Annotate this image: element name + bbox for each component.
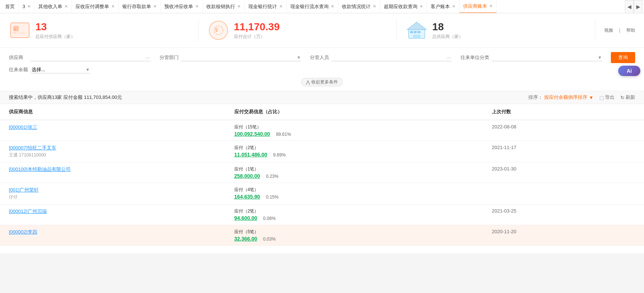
nav-tab-collection-verify[interactable]: 收款核销执行 ✕ [203,0,245,13]
supplier-dots-icon[interactable]: ··· [145,55,151,61]
close-icon[interactable]: ✕ [237,4,241,9]
nav-next-arrow[interactable]: ▶ [634,0,643,13]
nav-tab-cash-bank-flow[interactable]: 现金银行流水查询 ✕ [287,0,338,13]
nav-tab-collection-stat[interactable]: 收款情况统计 ✕ [338,0,380,13]
svg-rect-11 [417,31,420,33]
tx-amount[interactable]: 94,600.00 [234,215,257,221]
tx-pct: 9.89% [273,152,286,158]
balance-chevron-icon: ▼ [85,67,90,72]
export-button[interactable]: ⬚ 导出 [599,94,615,101]
tx-pct: 0.23% [266,174,279,179]
tx-cell: 应付（2笔）11,051,486.009.89% [225,141,483,162]
filter-dept: 分管部门 ▼ [160,54,301,61]
tx-amount[interactable]: 32,366.00 [234,236,257,242]
sort-control[interactable]: 排序： 按应付余额倒序排序 ▼ [528,94,594,101]
close-icon[interactable]: ✕ [420,4,423,9]
supplier-cell: [000007]恒旺二手叉车王通 17106110000 [0,141,225,162]
close-icon[interactable]: ✕ [64,4,68,9]
tx-pct: 0.03% [263,237,276,242]
tx-cell: 应付（2笔）94,600.000.08% [225,204,483,225]
close-icon[interactable]: ✕ [489,4,493,8]
sort-option: 按应付余额倒序排序 [544,94,587,101]
category-chevron-icon: ▼ [598,55,602,60]
last-pay-cell: 2021-11-17 [483,141,644,162]
tx-amount[interactable]: 258,000.00 [234,173,260,179]
balance-select[interactable]: 选择... [30,66,85,73]
nav-tab-overdue-ar[interactable]: 超期应收款查询 ✕ [380,0,427,13]
help-link[interactable]: 帮助 [626,27,635,34]
person-input-wrap: ··· [331,54,452,61]
query-button[interactable]: 查询 [611,52,635,63]
tx-amount[interactable]: 164,635.90 [234,194,260,200]
close-icon[interactable]: ✕ [373,4,376,9]
table-row: [000002]李四应付（5笔）32,366.000.03%2020-11-20 [0,225,644,246]
filter-row-1: 供应商 ··· 分管部门 ▼ 分管人员 ··· [9,52,635,63]
supplier-sub-info: 王通 17106110000 [9,152,217,158]
nav-tab-home[interactable]: 首页 [1,0,19,13]
top-right-links: 视频 ｜ 帮助 [604,27,635,34]
supplier-input[interactable] [30,54,145,61]
supplier-link[interactable]: [000012]广州贝瑞 [9,208,47,214]
last-pay-cell: 2023-01-30 [483,162,644,183]
supplier-label: 供应商 [9,54,28,61]
nav-prev-arrow[interactable]: ◀ [625,0,634,13]
tx-label: 应付（5笔） [234,229,474,235]
supplier-link[interactable]: [000007]恒旺二手叉车 [9,145,56,151]
close-icon[interactable]: ✕ [111,4,115,9]
close-icon[interactable]: ✕ [452,4,455,9]
person-input[interactable] [331,54,446,61]
refresh-button[interactable]: ↻ 刷新 [620,94,635,101]
supplier-cell: [000100]本特勤油品有限公司 [0,162,225,183]
tx-amount[interactable]: 11,051,486.00 [234,152,267,158]
supplier-link[interactable]: [000001]张三 [9,124,37,130]
svg-text:¥: ¥ [14,28,16,31]
supplier-link[interactable]: [001]广州荣轩 [9,187,39,193]
tx-row: 11,051,486.009.89% [234,152,474,158]
nav-tab-advance-collect[interactable]: 预收冲应收单 ✕ [161,0,203,13]
total-suppliers-icon [406,19,428,41]
person-dots-icon[interactable]: ··· [446,55,452,61]
summary-card-payable-suppliers: ¥ 13 总应付供应商（家） [9,19,199,41]
close-icon[interactable]: ✕ [331,4,334,9]
filter-supplier: 供应商 ··· [9,54,151,61]
svg-rect-12 [413,35,420,38]
tx-label: 应付（4笔） [234,187,474,193]
close-icon[interactable]: ✕ [195,4,199,9]
export-label: 导出 [605,94,615,101]
summary-supplier-number: 18 [432,21,463,33]
ai-float-button[interactable]: Ai [618,66,640,76]
collapse-button[interactable]: ⋀ 收起更多条件 [301,78,343,86]
video-link[interactable]: 视频 [604,27,613,34]
nav-tab-supplier-ledger[interactable]: 供应商账本 ✕ [459,0,497,13]
result-bar: 搜索结果中，供应商13家 应付金额 111,703,854.00元 排序： 按应… [0,91,644,104]
svg-marker-13 [407,22,426,30]
last-pay-cell [483,183,644,204]
nav-tab-3[interactable]: 3 ✕ [19,0,35,13]
table-row: [000012]广州贝瑞应付（2笔）94,600.000.08%2021-03-… [0,204,644,225]
col-tx-info: 应付交易信息（占比） [225,104,483,120]
close-icon[interactable]: ✕ [153,4,157,9]
nav-tab-customer-ledger[interactable]: 客户账本 ✕ [427,0,459,13]
dept-select-wrap: ▼ [181,54,301,61]
top-navigation: 首页 3 ✕ 其他收入单 ✕ 应收应付调整单 ✕ 银行存取款单 ✕ 预收冲应收单… [0,0,644,13]
supplier-link[interactable]: [000100]本特勤油品有限公司 [9,166,71,172]
svg-point-5 [209,21,228,39]
nav-tab-cash-bank-stat[interactable]: 现金银行统计 ✕ [245,0,287,13]
nav-tab-ar-ap-adjust[interactable]: 应收应付调整单 ✕ [72,0,119,13]
supplier-link[interactable]: [000002]李四 [9,229,37,235]
tx-label: 应付（2笔） [234,145,474,151]
tx-pct: 89.61% [276,132,291,137]
dept-chevron-icon: ▼ [297,55,301,60]
last-pay-cell: 2022-08-08 [483,120,644,141]
refresh-icon: ↻ [620,95,624,100]
nav-tab-bank-deposit[interactable]: 银行存取款单 ✕ [119,0,161,13]
close-icon[interactable]: ✕ [27,4,31,9]
close-icon[interactable]: ✕ [279,4,283,9]
tx-amount[interactable]: 100,092,540.00 [234,131,270,137]
category-select[interactable] [491,54,598,61]
nav-tab-other-income[interactable]: 其他收入单 ✕ [35,0,72,13]
dept-select[interactable] [181,54,297,61]
tx-cell: 应付（1笔）258,000.000.23% [225,162,483,183]
last-pay-cell: 2021-03-25 [483,204,644,225]
refresh-label: 刷新 [626,94,635,101]
